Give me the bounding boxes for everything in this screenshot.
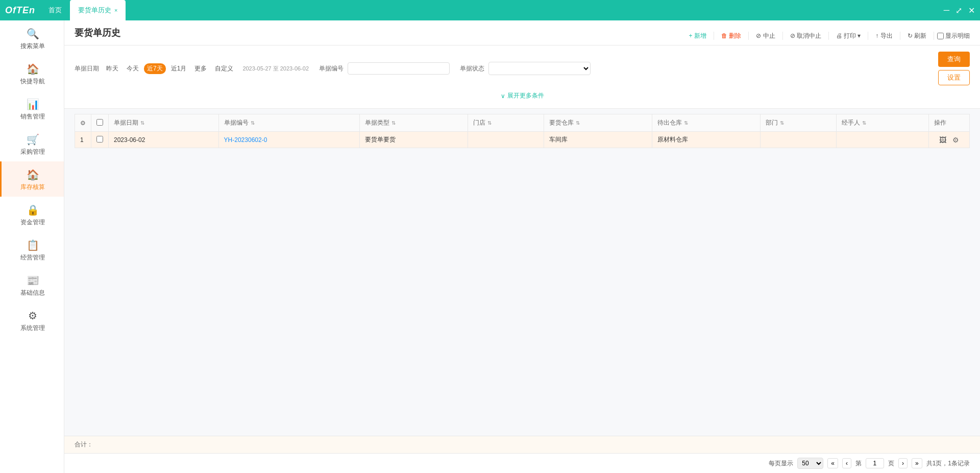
display-detail-checkbox[interactable] [937, 33, 944, 39]
th-department[interactable]: 部门 ⇅ [761, 114, 837, 132]
date-option-month1[interactable]: 近1月 [168, 63, 190, 74]
stop-btn[interactable]: ⊘ 中止 [752, 30, 779, 42]
next-page-btn[interactable]: › [898, 458, 908, 468]
sidebar-item-basic-info[interactable]: 📰 基础信息 [0, 267, 64, 302]
sidebar-item-search-menu[interactable]: 🔍 搜索菜单 [0, 20, 64, 56]
table-footer: 合计： [64, 436, 980, 453]
settings-btn[interactable]: 设置 [938, 70, 970, 85]
total-label: 合计： [75, 440, 93, 449]
row-select-checkbox[interactable] [96, 136, 103, 143]
sidebar-item-purchase-mgmt[interactable]: 🛒 采购管理 [0, 126, 64, 161]
row-doc-type: 要货单要货 [360, 132, 468, 148]
prev-page-btn[interactable]: ‹ [842, 458, 851, 468]
th-handler[interactable]: 经手人 ⇅ [837, 114, 929, 132]
th-doc-no[interactable]: 单据编号 ⇅ [218, 114, 360, 132]
date-option-more[interactable]: 更多 [191, 63, 210, 74]
delete-btn[interactable]: 🗑 删除 [717, 30, 745, 42]
export-btn[interactable]: ↑ 导出 [871, 30, 896, 42]
inventory-icon: 🏠 [27, 169, 39, 181]
divider7 [934, 32, 934, 40]
last-page-btn[interactable]: » [912, 458, 922, 468]
th-actions: 操作 [929, 114, 970, 132]
row-edit-btn[interactable]: ⚙ [950, 135, 961, 145]
date-option-today[interactable]: 今天 [124, 63, 142, 74]
row-actions: 🖼 ⚙ [929, 132, 970, 148]
divider5 [868, 32, 868, 40]
divider4 [828, 32, 829, 40]
sidebar-item-operation-mgmt[interactable]: 📋 经营管理 [0, 232, 64, 267]
refresh-btn[interactable]: ↻ 刷新 [903, 30, 930, 42]
sort-pending-warehouse-icon: ⇅ [684, 120, 688, 126]
th-store[interactable]: 门店 ⇅ [468, 114, 544, 132]
divider2 [748, 32, 749, 40]
system-mgmt-icon: ⚙ [28, 310, 37, 322]
sort-store-icon: ⇅ [487, 120, 492, 126]
data-table: ⚙ 单据日期 ⇅ 单据编号 [75, 114, 970, 148]
doc-no-link[interactable]: YH-20230602-0 [224, 136, 267, 144]
close-tab-btn[interactable]: × [114, 7, 117, 13]
pagination: 每页显示 50 20 100 « ‹ 第 页 › » 共1页，1条记录 [64, 453, 980, 473]
th-settings[interactable]: ⚙ [75, 114, 91, 132]
table-row: 1 2023-06-02 YH-20230602-0 要货单要货 车间库 原材料… [75, 132, 970, 148]
divider3 [782, 32, 783, 40]
sidebar-item-inventory[interactable]: 🏠 库存核算 [0, 161, 64, 197]
expand-icon: ∨ [501, 92, 505, 100]
date-option-yesterday[interactable]: 昨天 [103, 63, 121, 74]
sidebar-item-finance-mgmt[interactable]: 🔒 资金管理 [0, 197, 64, 232]
doc-no-label: 单据编号 [319, 64, 344, 73]
th-doc-date[interactable]: 单据日期 ⇅ [109, 114, 219, 132]
display-detail-toggle[interactable]: 显示明细 [937, 32, 970, 40]
status-label: 单据状态 [460, 64, 484, 73]
sort-department-icon: ⇅ [780, 120, 784, 126]
tab-home[interactable]: 首页 [40, 0, 70, 20]
query-btn[interactable]: 查询 [938, 52, 970, 67]
expand-row: ∨ 展开更多条件 [75, 89, 970, 102]
print-btn[interactable]: 🖨 打印 ▾ [832, 30, 865, 42]
sidebar-item-sales-mgmt[interactable]: 📊 销售管理 [0, 91, 64, 126]
page-number-input[interactable] [866, 458, 884, 468]
th-pending-warehouse[interactable]: 待出仓库 ⇅ [652, 114, 761, 132]
row-req-warehouse: 车间库 [544, 132, 652, 148]
row-view-btn[interactable]: 🖼 [937, 135, 948, 145]
first-page-btn[interactable]: « [827, 458, 838, 468]
maximize-btn[interactable]: ⤢ [955, 6, 962, 15]
basic-info-icon: 📰 [27, 274, 39, 287]
table-body: 1 2023-06-02 YH-20230602-0 要货单要货 车间库 原材料… [75, 132, 970, 148]
sort-req-warehouse-icon: ⇅ [576, 120, 580, 126]
sidebar-item-system-mgmt[interactable]: ⚙ 系统管理 [0, 302, 64, 338]
print-dropdown-icon[interactable]: ▾ [857, 32, 861, 39]
date-filter-group: 单据日期 昨天 今天 近7天 近1月 更多 自定义 2023-05-27 至 2… [75, 63, 309, 74]
tab-requisition-history[interactable]: 要货单历史 × [70, 0, 126, 20]
quick-nav-icon: 🏠 [27, 63, 39, 75]
minimize-btn[interactable]: ─ [944, 6, 949, 15]
doc-no-filter-group: 单据编号 [319, 62, 450, 75]
date-range-display: 2023-05-27 至 2023-06-02 [242, 65, 309, 73]
divider6 [900, 32, 900, 40]
cancel-stop-btn[interactable]: ⊘ 取消中止 [786, 30, 825, 42]
page-title: 要货单历史 [75, 27, 120, 39]
top-tabs: 首页 要货单历史 × [40, 0, 944, 20]
search-menu-icon: 🔍 [27, 28, 39, 40]
status-select[interactable] [488, 62, 591, 75]
per-page-select[interactable]: 50 20 100 [797, 458, 823, 469]
th-req-warehouse[interactable]: 要货仓库 ⇅ [544, 114, 652, 132]
date-option-week7[interactable]: 近7天 [144, 63, 166, 74]
sort-doc-type-icon: ⇅ [391, 120, 396, 126]
th-doc-type[interactable]: 单据类型 ⇅ [360, 114, 468, 132]
new-btn[interactable]: + 新增 [685, 30, 710, 42]
query-buttons: 查询 设置 [938, 52, 970, 85]
select-all-checkbox[interactable] [96, 119, 103, 126]
expand-more-btn[interactable]: ∨ 展开更多条件 [499, 89, 546, 102]
window-controls: ─ ⤢ ✕ [944, 6, 975, 15]
row-pending-warehouse: 原材料仓库 [652, 132, 761, 148]
doc-no-input[interactable] [348, 62, 450, 75]
operation-icon: 📋 [27, 239, 39, 251]
brand-logo: OfTEn [5, 5, 35, 16]
close-window-btn[interactable]: ✕ [968, 6, 975, 15]
top-bar: OfTEn 首页 要货单历史 × ─ ⤢ ✕ [0, 0, 980, 20]
row-index: 1 [75, 132, 91, 148]
date-option-custom[interactable]: 自定义 [212, 63, 236, 74]
sidebar-item-quick-nav[interactable]: 🏠 快捷导航 [0, 56, 64, 91]
sidebar: 🔍 搜索菜单 🏠 快捷导航 📊 销售管理 🛒 采购管理 🏠 库存核算 🔒 资金管… [0, 20, 64, 473]
row-store [468, 132, 544, 148]
